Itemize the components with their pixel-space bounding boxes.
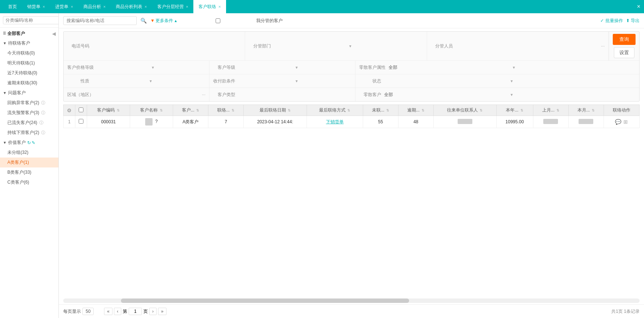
row-overdue: 48: [398, 116, 433, 128]
batch-ops-icon: ✓: [600, 18, 604, 23]
nav-customer-segment-close[interactable]: ×: [186, 4, 188, 9]
table-row: 1 000031 ? A类客户: [64, 116, 640, 128]
col-last-month-sort[interactable]: ⇅: [557, 109, 559, 112]
filter-row-1: 电话号码 分管部门 ▼ 分管人员 ···: [64, 32, 639, 61]
sidebar-item-churned[interactable]: 已流失客户(24) ⓘ: [0, 118, 58, 128]
payment-select[interactable]: ▼: [238, 79, 351, 83]
batch-ops-btn[interactable]: ✓ 批量操作: [600, 18, 623, 24]
nav-product-analysis[interactable]: 商品分析 ×: [78, 0, 111, 13]
search-input[interactable]: [63, 16, 137, 25]
table-gear-icon[interactable]: ⚙: [67, 107, 72, 113]
col-last-contact-method-sort[interactable]: ⇅: [347, 109, 350, 112]
col-last-contact-date-sort[interactable]: ⇅: [288, 109, 291, 112]
sidebar-group-value[interactable]: ▼ 价值客户 ↻ ✎: [0, 138, 58, 148]
filter-search-icon[interactable]: 🔍: [140, 18, 147, 24]
col-overdue: 逾期... ⇅: [398, 105, 433, 116]
col-uncontacted-sort[interactable]: ⇅: [386, 109, 389, 112]
settings-button[interactable]: 设置: [614, 47, 634, 58]
nav-customer-contact[interactable]: 客户联络 ×: [193, 0, 226, 13]
action-chat-icon[interactable]: 💬: [615, 119, 621, 125]
nav-product-analysis-list-close[interactable]: ×: [144, 4, 147, 9]
scrollbar-thumb[interactable]: [121, 298, 409, 303]
col-uncontacted-label: 未联...: [372, 107, 384, 113]
status-select[interactable]: ▼: [384, 79, 636, 83]
last-month-placeholder: [543, 119, 558, 124]
nav-customer-contact-close[interactable]: ×: [218, 4, 221, 9]
sidebar-item-class-b[interactable]: B类客户(33): [0, 167, 58, 177]
row-customer-type: A类客户: [173, 116, 208, 128]
price-grade-select[interactable]: ▼: [97, 66, 205, 70]
sidebar-search-input[interactable]: [3, 16, 59, 24]
manager-more-btn[interactable]: ···: [601, 43, 605, 49]
export-icon: ⬆: [626, 18, 630, 23]
nav-purchase-order-close[interactable]: ×: [71, 4, 73, 9]
value-edit-icon[interactable]: ✎: [32, 140, 35, 145]
nav-sales-order-close[interactable]: ×: [43, 4, 45, 9]
scatter-arrow: ▼: [510, 93, 636, 97]
close-all-tabs[interactable]: ×: [637, 3, 640, 10]
sidebar-item-class-c[interactable]: C类客户(6): [0, 177, 58, 187]
main-layout: 🔍 ⠿ 全部客户 ◀ ▼ 待联络客户 今天待联络(0) 明天待联络(1) 近7天…: [0, 13, 644, 318]
scatter-select[interactable]: 全部 ▼: [384, 92, 636, 98]
more-filters-btn[interactable]: ▼ 更多条件 ▲: [150, 18, 178, 24]
my-customers-checkbox[interactable]: [181, 18, 255, 23]
nav-product-analysis-list[interactable]: 商品分析列表 ×: [111, 0, 152, 13]
sidebar: 🔍 ⠿ 全部客户 ◀ ▼ 待联络客户 今天待联络(0) 明天待联络(1) 近7天…: [0, 13, 59, 318]
first-page-btn[interactable]: «: [104, 308, 112, 315]
col-this-year-sort[interactable]: ⇅: [520, 109, 523, 112]
sidebar-group-pending[interactable]: ▼ 待联络客户: [0, 38, 58, 48]
scatter-attr-select[interactable]: 全部 ▼: [389, 64, 636, 71]
sidebar-item-churn-warning[interactable]: 流失预警客户(3) ⓘ: [0, 108, 58, 118]
col-overdue-sort[interactable]: ⇅: [422, 109, 425, 112]
col-customer-code-sort[interactable]: ⇅: [117, 109, 120, 112]
nav-customer-segment[interactable]: 客户分层经营 ×: [152, 0, 193, 13]
filter-row-4: 区域（地区） ··· 客户类型 零散客户 全部 ▼: [64, 88, 639, 101]
col-this-month-sort[interactable]: ⇅: [592, 109, 595, 112]
sidebar-group-problem[interactable]: ▼ 问题客户: [0, 88, 58, 98]
phone-input[interactable]: [92, 43, 241, 49]
nature-select[interactable]: ▼: [92, 79, 205, 83]
region-more-btn[interactable]: ···: [202, 92, 205, 97]
sidebar-item-class-a[interactable]: A类客户(1): [0, 158, 58, 167]
sidebar-item-overdue-pending[interactable]: 逾期未联络(30): [0, 78, 58, 88]
my-customers-filter[interactable]: 我分管的客户: [181, 18, 283, 24]
col-customer-name-sort[interactable]: ⇅: [160, 109, 163, 112]
dept-select[interactable]: ▼: [274, 44, 423, 48]
row-last-contact-method: 下销货单: [307, 116, 363, 128]
col-contact-count-sort[interactable]: ⇅: [232, 109, 235, 112]
customer-grade-select[interactable]: ▼: [238, 66, 351, 70]
col-this-month-label: 本月...: [577, 107, 590, 113]
sidebar-collapse-icon[interactable]: ◀: [52, 31, 56, 36]
page-size-value[interactable]: 50: [82, 308, 94, 315]
export-btn[interactable]: ⬆ 导出: [626, 18, 640, 24]
page-input[interactable]: [129, 308, 142, 315]
value-refresh-icon[interactable]: ↻: [27, 140, 31, 145]
col-customer-type-sort[interactable]: ⇅: [196, 109, 199, 112]
table-wrapper: ⚙ 客户编码 ⇅ 客户名称 ⇅: [63, 105, 640, 298]
horizontal-scrollbar[interactable]: [63, 298, 640, 303]
col-last-contact-method: 最后联络方式 ⇅: [307, 105, 363, 116]
row-this-year: 10995.00: [496, 116, 533, 128]
sidebar-item-tomorrow-pending[interactable]: 明天待联络(1): [0, 58, 58, 68]
nav-purchase-order[interactable]: 进货单 ×: [50, 0, 78, 13]
sidebar-item-declining[interactable]: 持续下滑客户(2) ⓘ: [0, 128, 58, 138]
payment-arrow: ▼: [295, 79, 351, 83]
total-info: 共1页 1条记录: [611, 308, 640, 315]
last-page-btn[interactable]: »: [158, 308, 167, 315]
nav-product-analysis-close[interactable]: ×: [103, 4, 105, 9]
prev-page-btn[interactable]: ‹: [114, 308, 121, 315]
select-all-checkbox[interactable]: [79, 107, 83, 112]
price-grade-label: 客户价格等级: [67, 64, 94, 71]
col-contacts-sort[interactable]: ⇅: [480, 109, 483, 112]
search-button[interactable]: 查询: [613, 34, 636, 45]
sidebar-item-7days-pending[interactable]: 近7天待联络(0): [0, 68, 58, 78]
sidebar-item-today-pending[interactable]: 今天待联络(0): [0, 48, 58, 58]
sidebar-item-repurchase-abnormal[interactable]: 回购异常客户(2) ⓘ: [0, 98, 58, 108]
sidebar-item-ungrouped[interactable]: 未分组(32): [0, 148, 58, 158]
action-qr-icon[interactable]: ⊞: [623, 119, 628, 125]
next-page-btn[interactable]: ›: [149, 308, 157, 315]
nav-home[interactable]: 首页: [3, 0, 22, 13]
col-contact-action-label: 联络动作: [613, 107, 630, 113]
nav-sales-order[interactable]: 销货单 ×: [22, 0, 50, 13]
row-checkbox[interactable]: [79, 119, 83, 124]
